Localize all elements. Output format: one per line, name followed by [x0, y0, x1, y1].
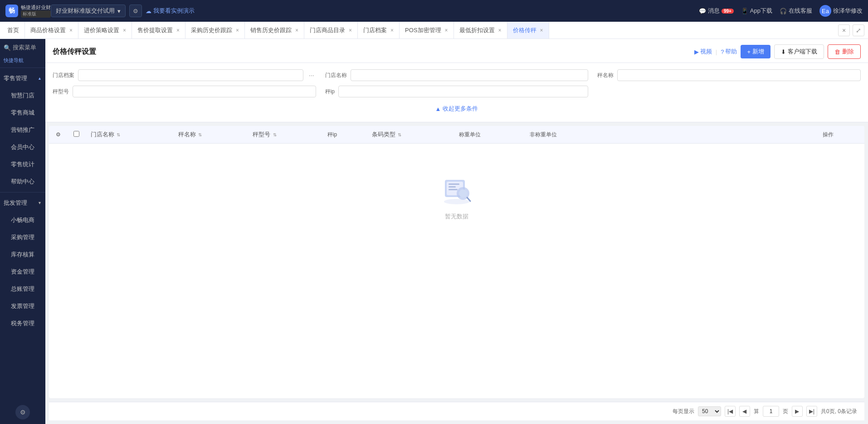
- sidebar-item-wholesale-management[interactable]: 批发管理: [0, 194, 45, 212]
- app-logo: 畅 畅捷通好业财 标准版: [5, 4, 51, 18]
- filter-scale-ip-label: 秤ip: [325, 88, 335, 96]
- tab-purchase-history[interactable]: 采购历史价跟踪 ×: [185, 22, 245, 39]
- divider-v: |: [716, 48, 717, 55]
- sidebar-item-smart-store[interactable]: 智慧门店: [0, 87, 45, 104]
- main-layout: 🔍 搜索菜单 快捷导航 零售管理 智慧门店 零售商城 营销推广 会员中心 零售统…: [0, 39, 868, 424]
- user-menu[interactable]: Ea 徐泽华修改: [819, 5, 863, 17]
- tab-price-scale-close[interactable]: ×: [540, 27, 543, 34]
- filter-collapse-button[interactable]: ▲ 收起更多条件: [53, 102, 861, 116]
- sidebar-settings-button[interactable]: ⚙: [15, 405, 30, 419]
- sort-scale-name-icon[interactable]: ⇅: [198, 132, 202, 137]
- filter-scale-model-input[interactable]: [73, 86, 316, 97]
- help-button[interactable]: ? 帮助: [721, 48, 737, 56]
- empty-icon: [439, 171, 475, 207]
- sidebar-item-general-ledger-label: 总账管理: [11, 285, 34, 293]
- th-non-weight-unit: 非称重单位: [524, 126, 818, 144]
- filter-store-file: 门店档案 ···: [53, 69, 316, 81]
- sort-store-name-icon[interactable]: ⇅: [117, 132, 120, 137]
- tab-min-discount[interactable]: 最低折扣设置 ×: [454, 22, 507, 39]
- sidebar-item-retail-mall[interactable]: 零售商城: [0, 104, 45, 121]
- tab-store-archive-close[interactable]: ×: [390, 27, 394, 34]
- tab-product-price-close[interactable]: ×: [69, 27, 73, 34]
- sidebar-item-invoice[interactable]: 发票管理: [0, 298, 45, 315]
- tab-purchase-strategy[interactable]: 进价策略设置 ×: [78, 22, 132, 39]
- download-label: 客户端下载: [788, 48, 817, 56]
- tab-sale-price-close[interactable]: ×: [176, 27, 180, 34]
- sidebar-item-xiao-chang[interactable]: 小畅电商: [0, 212, 45, 229]
- select-all-checkbox[interactable]: [73, 131, 79, 137]
- pagination-first-button[interactable]: |◀: [725, 406, 736, 417]
- sidebar-item-marketing[interactable]: 营销推广: [0, 121, 45, 139]
- app-version: 标准版: [21, 10, 51, 18]
- chevron-up-icon: ▲: [435, 106, 441, 112]
- messages-label: 消息: [708, 7, 720, 15]
- sidebar-item-general-ledger[interactable]: 总账管理: [0, 280, 45, 298]
- online-service-button[interactable]: 🎧 在线客服: [780, 7, 812, 15]
- sidebar-nav-label: 快捷导航: [0, 54, 45, 66]
- main-table: ⚙ 门店名称 ⇅ 秤名称 ⇅ 秤型号: [49, 126, 864, 248]
- sort-scale-model-icon[interactable]: ⇅: [273, 132, 277, 137]
- filter-scale-name-input[interactable]: [617, 69, 861, 81]
- edition-selector[interactable]: 好业财标准版交付试用 ▾: [51, 5, 126, 17]
- sidebar-item-invoice-label: 发票管理: [11, 302, 34, 310]
- delete-button[interactable]: 🗑 删除: [828, 44, 861, 59]
- tab-close-all-button[interactable]: ×: [838, 24, 850, 36]
- pagination-bar: 每页显示 50 10 20 100 |◀ ◀ 算 页 ▶ ▶| 共0页, 0条记…: [49, 402, 864, 420]
- svg-point-0: [444, 199, 469, 204]
- sort-barcode-type-icon[interactable]: ⇅: [398, 132, 401, 137]
- trash-icon: 🗑: [834, 48, 840, 55]
- add-icon: +: [747, 48, 751, 55]
- sidebar-item-retail-stats[interactable]: 零售统计: [0, 156, 45, 173]
- edition-settings-button[interactable]: ⚙: [129, 5, 142, 17]
- tab-home[interactable]: 首页: [2, 22, 25, 39]
- tab-pos-management[interactable]: POS加密管理 ×: [400, 22, 454, 39]
- sidebar-item-purchase-mgmt[interactable]: 采购管理: [0, 229, 45, 246]
- tab-store-catalog[interactable]: 门店商品目录 ×: [304, 22, 358, 39]
- tab-pos-management-close[interactable]: ×: [445, 27, 448, 34]
- pagination-page-input[interactable]: [763, 406, 779, 417]
- tab-purchase-history-close[interactable]: ×: [236, 27, 239, 34]
- filter-scale-ip-input[interactable]: [338, 86, 588, 97]
- demo-button[interactable]: ☁ 我要看实例演示: [146, 7, 195, 15]
- tab-store-archive[interactable]: 门店档案 ×: [358, 22, 400, 39]
- tab-sales-history-close[interactable]: ×: [295, 27, 298, 34]
- download-client-button[interactable]: ⬇ 客户端下载: [774, 44, 824, 59]
- th-settings[interactable]: ⚙: [49, 126, 67, 144]
- app-download-button[interactable]: 📱 App下载: [741, 7, 772, 15]
- per-page-select[interactable]: 50 10 20 100: [698, 406, 721, 416]
- filter-row-1: 门店档案 ··· 门店名称 秤名称: [53, 69, 861, 81]
- messages-button[interactable]: 💬 消息 99+: [699, 7, 734, 15]
- tab-sale-price[interactable]: 售价提取设置 ×: [132, 22, 185, 39]
- filter-store-file-dots[interactable]: ···: [307, 72, 316, 79]
- pagination-last-button[interactable]: ▶|: [806, 406, 817, 417]
- pagination-total: 共0页, 0条记录: [821, 408, 857, 415]
- tab-min-discount-close[interactable]: ×: [498, 27, 502, 34]
- filter-scale-ip: 秤ip: [325, 86, 589, 97]
- tab-maximize-button[interactable]: ⤢: [853, 24, 864, 36]
- tab-product-price[interactable]: 商品价格设置 ×: [25, 22, 78, 39]
- filter-store-file-input[interactable]: [78, 69, 303, 81]
- th-scale-model: 秤型号 ⇅: [247, 126, 322, 144]
- sidebar-item-retail-management[interactable]: 零售管理: [0, 70, 45, 87]
- sidebar-item-member-center[interactable]: 会员中心: [0, 139, 45, 156]
- sidebar-item-inventory[interactable]: 库存核算: [0, 246, 45, 263]
- tab-price-scale[interactable]: 价格传秤 ×: [507, 22, 549, 39]
- pagination-prev-button[interactable]: ◀: [739, 406, 750, 417]
- download-icon: ⬇: [781, 48, 786, 55]
- video-button[interactable]: ▶ 视频: [694, 48, 712, 56]
- sidebar-item-tax[interactable]: 税务管理: [0, 315, 45, 332]
- sidebar-item-finance[interactable]: 资金管理: [0, 263, 45, 280]
- filter-scale-model-label: 秤型号: [53, 88, 69, 96]
- sidebar-item-wholesale-management-label: 批发管理: [4, 199, 27, 207]
- tab-purchase-strategy-close[interactable]: ×: [123, 27, 126, 34]
- th-scale-name: 秤名称 ⇅: [173, 126, 248, 144]
- sidebar-item-help-center[interactable]: 帮助中心: [0, 173, 45, 190]
- tab-sales-history[interactable]: 销售历史价跟踪 ×: [245, 22, 304, 39]
- add-button[interactable]: + 新增: [741, 45, 770, 58]
- tab-store-catalog-close[interactable]: ×: [349, 27, 352, 34]
- pagination-next-button[interactable]: ▶: [792, 406, 803, 417]
- filter-store-name-label: 门店名称: [325, 72, 347, 79]
- sidebar-search[interactable]: 🔍 搜索菜单: [0, 39, 45, 54]
- user-initials: Ea: [822, 8, 829, 14]
- filter-store-name-input[interactable]: [351, 69, 589, 81]
